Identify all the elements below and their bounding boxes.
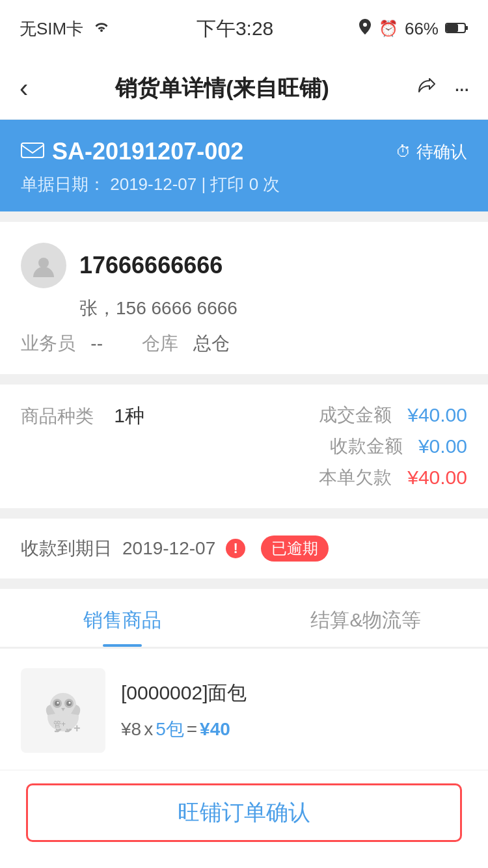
- bottom-action-bar: 旺铺订单确认: [0, 770, 488, 868]
- order-date-row: 单据日期： 2019-12-07 | 打印 0 次: [21, 173, 467, 196]
- battery-label: 66%: [405, 19, 439, 39]
- overdue-badge: 已逾期: [261, 536, 329, 562]
- owl-logo: + 管+: [37, 688, 89, 733]
- product-qty: 5包: [156, 717, 184, 742]
- tabs-container: 销售商品 结算&物流等: [0, 589, 488, 647]
- customer-phone: 17666666666: [79, 252, 223, 279]
- price-unit: ¥8: [121, 719, 141, 740]
- svg-point-11: [57, 702, 59, 704]
- due-date-label: 收款到期日: [21, 536, 112, 561]
- wifi-icon: [91, 19, 112, 39]
- product-list: + 管+ [0000002]面包 ¥8 x 5包 = ¥40: [0, 649, 488, 772]
- equals-symbol: =: [187, 719, 197, 740]
- back-button[interactable]: ‹: [20, 74, 28, 103]
- summary-row: 商品种类 1种 成交金额 ¥40.00 收款金额 ¥0.00 本单欠款 ¥40.…: [21, 403, 467, 490]
- multiply-symbol: x: [144, 719, 153, 740]
- product-total: ¥40: [200, 719, 230, 740]
- order-header: SA-20191207-002 ⏱ 待确认 单据日期： 2019-12-07 |…: [0, 120, 488, 211]
- battery-icon: [445, 19, 468, 39]
- product-item: + 管+ [0000002]面包 ¥8 x 5包 = ¥40: [0, 649, 488, 772]
- overdue-alert-icon: !: [226, 539, 245, 558]
- product-image: + 管+: [21, 668, 105, 753]
- order-status: ⏱ 待确认: [396, 141, 467, 163]
- status-left: 无SIM卡: [20, 18, 112, 40]
- share-icon[interactable]: [416, 75, 439, 102]
- warehouse-label: 仓库 总仓: [142, 331, 230, 356]
- location-icon: [358, 18, 372, 40]
- avatar: [21, 243, 66, 288]
- salesperson-label: 业务员 --: [21, 331, 103, 356]
- confirm-order-button[interactable]: 旺铺订单确认: [26, 783, 462, 842]
- customer-name: 张，156 6666 6666: [21, 296, 467, 321]
- tab-sales[interactable]: 销售商品: [0, 589, 244, 647]
- product-name: [0000002]面包: [121, 680, 247, 707]
- more-button[interactable]: ···: [454, 75, 468, 101]
- summary-right: 成交金额 ¥40.00 收款金额 ¥0.00 本单欠款 ¥40.00: [319, 403, 467, 490]
- owed-row: 本单欠款 ¥40.00: [319, 465, 467, 490]
- due-date-card: 收款到期日 2019-12-07 ! 已逾期: [0, 519, 488, 578]
- clock-icon: ⏱: [396, 142, 411, 161]
- amount-row: 成交金额 ¥40.00: [319, 403, 467, 427]
- alarm-icon: ⏰: [379, 20, 398, 38]
- status-right: ⏰ 66%: [358, 18, 468, 40]
- order-header-row1: SA-20191207-002 ⏱ 待确认: [21, 138, 467, 165]
- nav-actions: ···: [416, 75, 468, 102]
- received-row: 收款金额 ¥0.00: [330, 434, 467, 459]
- svg-point-4: [38, 258, 49, 268]
- svg-point-12: [69, 702, 71, 704]
- svg-rect-2: [446, 24, 458, 32]
- customer-meta: 业务员 -- 仓库 总仓: [21, 331, 467, 356]
- svg-rect-1: [465, 26, 468, 30]
- svg-rect-3: [21, 143, 44, 157]
- status-time: 下午3:28: [197, 16, 273, 42]
- nav-bar: ‹ 销货单详情(来自旺铺) ···: [0, 57, 488, 120]
- order-id: SA-20191207-002: [21, 138, 243, 165]
- customer-card: 17666666666 张，156 6666 6666 业务员 -- 仓库 总仓: [0, 222, 488, 374]
- carrier-label: 无SIM卡: [20, 18, 83, 40]
- summary-left: 商品种类 1种: [21, 403, 144, 429]
- product-price-row: ¥8 x 5包 = ¥40: [121, 717, 247, 742]
- tab-settle[interactable]: 结算&物流等: [244, 589, 488, 647]
- product-info: [0000002]面包 ¥8 x 5包 = ¥40: [121, 668, 247, 753]
- summary-card: 商品种类 1种 成交金额 ¥40.00 收款金额 ¥0.00 本单欠款 ¥40.…: [0, 385, 488, 508]
- product-type-row: 商品种类 1种: [21, 403, 144, 429]
- svg-text:管+: 管+: [53, 720, 66, 729]
- due-date-value: 2019-12-07: [122, 538, 215, 559]
- svg-text:+: +: [74, 722, 81, 733]
- customer-row: 17666666666: [21, 243, 467, 288]
- order-envelope-icon: [21, 138, 44, 165]
- status-bar: 无SIM卡 下午3:28 ⏰ 66%: [0, 0, 488, 57]
- page-title: 销货单详情(来自旺铺): [115, 74, 329, 103]
